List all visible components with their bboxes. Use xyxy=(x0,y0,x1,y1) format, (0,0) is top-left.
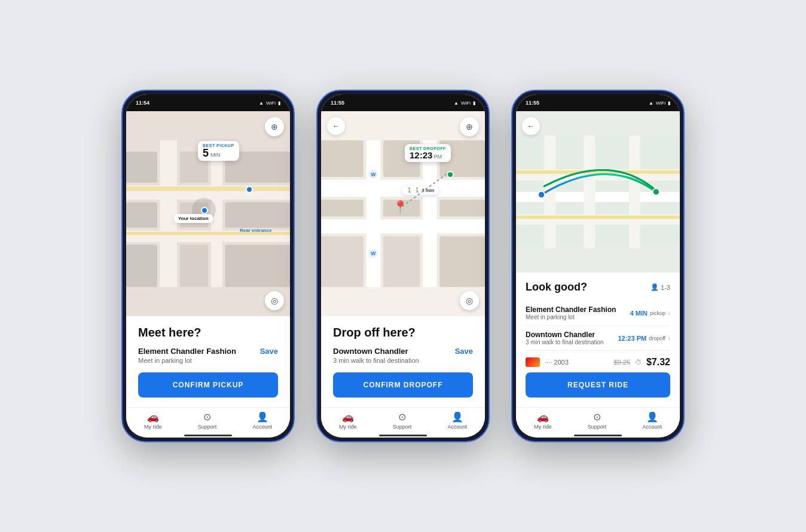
bottom-panel-1: Meet here? Element Chandler Fashion Meet… xyxy=(126,316,290,407)
location-button-1[interactable]: ◎ xyxy=(265,291,284,310)
bottom-nav-2: 🚗 My ride ⊙ Support 👤 Account xyxy=(321,407,485,432)
request-ride-button[interactable]: REQUEST RIDE xyxy=(526,372,670,398)
location-name-1: Element Chandler Fashion xyxy=(138,347,236,356)
dropoff-badge-2: BEST DROPOFF 12:23 PM xyxy=(405,144,451,162)
location-row-2: Downtown Chandler 3 min walk to final de… xyxy=(333,347,473,364)
meet-title-1: Meet here? xyxy=(138,326,278,340)
nav-my-ride-3[interactable]: 🚗 My ride xyxy=(534,411,552,430)
my-ride-icon-1: 🚗 xyxy=(147,411,159,423)
signal-icon-3: ▲ xyxy=(649,100,654,106)
nav-my-ride-2[interactable]: 🚗 My ride xyxy=(339,411,357,430)
save-button-2[interactable]: Save xyxy=(455,347,473,356)
svg-rect-1 xyxy=(160,140,177,288)
final-price-3: $7.32 xyxy=(646,357,670,368)
svg-text:W: W xyxy=(371,172,376,178)
back-button-3[interactable]: ← xyxy=(522,117,540,135)
pickup-route-left-3: Element Chandler Fashion Meet in parking… xyxy=(526,305,616,320)
svg-rect-27 xyxy=(321,236,364,287)
pickup-route-item-3[interactable]: Element Chandler Fashion Meet in parking… xyxy=(526,301,670,326)
status-bar-2: 11:55 ▲ WiFi ▮ xyxy=(321,94,485,111)
layers-button-2[interactable]: ⊕ xyxy=(460,117,479,136)
support-icon-2: ⊙ xyxy=(398,411,406,423)
pickup-dot-1 xyxy=(246,186,253,193)
account-icon-1: 👤 xyxy=(257,411,268,423)
svg-rect-29 xyxy=(439,236,485,287)
look-good-title-3: Look good? xyxy=(526,281,587,293)
payment-row-3: ···· 2003 $9.25 ⏱ $7.32 xyxy=(526,351,670,372)
nav-support-1[interactable]: ⊙ Support xyxy=(198,411,217,430)
svg-text:W: W xyxy=(371,250,376,256)
signal-icon-2: ▲ xyxy=(454,100,459,106)
location-sub-2: 3 min walk to final destination xyxy=(333,357,419,364)
chevron-right-dropoff: › xyxy=(668,334,670,343)
original-price-3: $9.25 xyxy=(613,359,630,366)
svg-rect-14 xyxy=(126,186,290,191)
account-icon-2: 👤 xyxy=(451,411,463,423)
location-button-2[interactable]: ◎ xyxy=(460,291,479,310)
route-arc-3 xyxy=(516,111,680,273)
back-button-2[interactable]: ← xyxy=(327,117,345,135)
phone-1: 11:54 ▲ WiFi ▮ xyxy=(121,90,295,442)
layers-button-1[interactable]: ⊕ xyxy=(265,117,284,136)
location-info-1: Element Chandler Fashion Meet in parking… xyxy=(138,347,236,364)
status-bar-3: 11:55 ▲ WiFi ▮ xyxy=(516,94,680,111)
map-area-2: W W ← ⊕ ◎ BEST DROPOFF 12:23 PM xyxy=(321,111,485,316)
svg-point-44 xyxy=(538,191,545,198)
route-dots-2 xyxy=(390,168,450,216)
wifi-icon-2: WiFi xyxy=(461,100,471,106)
nav-account-3[interactable]: 👤 Account xyxy=(642,411,662,430)
battery-icon-2: ▮ xyxy=(473,100,475,106)
wifi-icon-1: WiFi xyxy=(266,100,276,106)
nav-account-2[interactable]: 👤 Account xyxy=(447,411,467,430)
nav-support-2[interactable]: ⊙ Support xyxy=(393,411,412,430)
dropoff-route-left-3: Downtown Chandler 3 min walk to final de… xyxy=(526,331,604,346)
support-icon-1: ⊙ xyxy=(203,411,211,423)
card-number-3: ···· 2003 xyxy=(545,359,609,366)
svg-rect-9 xyxy=(126,203,157,228)
pickup-route-right-3: 4 MIN pickup › xyxy=(630,309,670,317)
my-ride-icon-2: 🚗 xyxy=(342,411,354,423)
look-good-section-3: Look good? 👤 1-3 Element Chandler Fashio… xyxy=(516,273,680,407)
wifi-icon-3: WiFi xyxy=(656,100,665,106)
card-icon-3 xyxy=(526,357,540,367)
passengers-3: 👤 1-3 xyxy=(651,283,670,291)
user-dot-1 xyxy=(201,207,208,214)
svg-rect-24 xyxy=(321,200,364,216)
map-area-1: ⊕ ◎ BEST PICKUP 5 MIN Your locatio xyxy=(126,111,290,316)
phone-3: 11:55 ▲ WiFi ▮ xyxy=(511,90,685,442)
confirm-dropoff-button[interactable]: CONFIRM DROPOFF xyxy=(333,372,473,398)
location-row-1: Element Chandler Fashion Meet in parking… xyxy=(138,347,278,364)
nav-account-1[interactable]: 👤 Account xyxy=(252,411,272,430)
bottom-nav-3: 🚗 My ride ⊙ Support 👤 Account xyxy=(516,407,680,432)
battery-icon-3: ▮ xyxy=(668,100,670,106)
svg-rect-6 xyxy=(126,152,157,183)
confirm-pickup-button[interactable]: CONFIRM PICKUP xyxy=(138,372,278,398)
home-indicator-3 xyxy=(574,435,622,436)
home-indicator-1 xyxy=(184,435,232,436)
drop-title-2: Drop off here? xyxy=(333,326,473,340)
time-icon-3: ⏱ xyxy=(635,359,642,366)
dropoff-route-right-3: 12:23 PM dropoff › xyxy=(618,334,670,343)
bottom-nav-1: 🚗 My ride ⊙ Support 👤 Account xyxy=(126,407,290,432)
save-button-1[interactable]: Save xyxy=(260,347,278,356)
status-icons-3: ▲ WiFi ▮ xyxy=(649,100,670,106)
location-name-2: Downtown Chandler xyxy=(333,347,419,356)
account-icon-3: 👤 xyxy=(646,411,658,423)
status-time-2: 11:55 xyxy=(331,100,344,106)
support-icon-3: ⊙ xyxy=(593,411,601,423)
nav-my-ride-1[interactable]: 🚗 My ride xyxy=(144,411,162,430)
dropoff-route-item-3[interactable]: Downtown Chandler 3 min walk to final de… xyxy=(526,326,670,351)
phone-2: 11:55 ▲ WiFi ▮ xyxy=(316,90,490,442)
svg-rect-11 xyxy=(126,244,157,287)
location-info-2: Downtown Chandler 3 min walk to final de… xyxy=(333,347,419,364)
signal-icon-1: ▲ xyxy=(259,100,264,106)
svg-rect-13 xyxy=(225,244,290,287)
svg-point-45 xyxy=(653,188,660,195)
svg-rect-19 xyxy=(367,140,381,288)
status-icons-2: ▲ WiFi ▮ xyxy=(454,100,475,106)
svg-rect-10 xyxy=(225,203,290,228)
person-icon-3: 👤 xyxy=(651,283,659,291)
status-icons-1: ▲ WiFi ▮ xyxy=(259,100,280,106)
nav-support-3[interactable]: ⊙ Support xyxy=(588,411,607,430)
status-bar-1: 11:54 ▲ WiFi ▮ xyxy=(126,94,290,111)
